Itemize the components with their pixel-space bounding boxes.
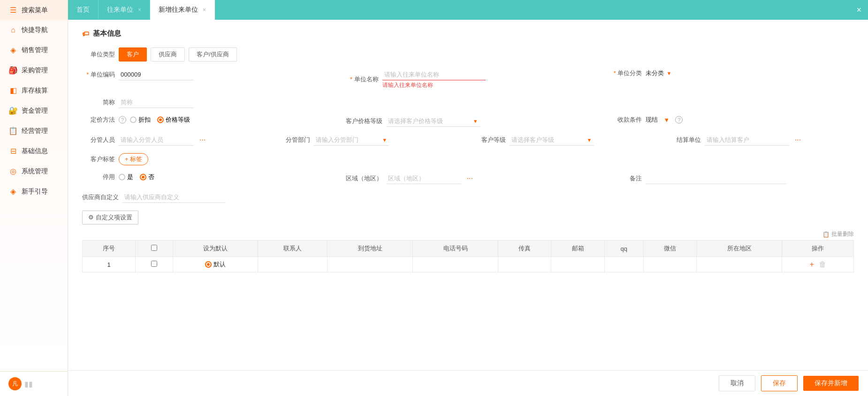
sidebar-item-system[interactable]: ◎ 系统管理 <box>0 161 68 181</box>
table-body: 1 默认 <box>83 257 854 272</box>
tab-new-contact-close[interactable]: × <box>203 7 206 13</box>
remark-field: 备注 <box>609 173 854 184</box>
supervisor-input[interactable] <box>119 134 194 146</box>
row-default-radio[interactable]: 默认 <box>177 260 254 269</box>
th-checkbox <box>136 241 173 257</box>
th-action: 操作 <box>782 241 854 257</box>
cell-email <box>551 257 604 272</box>
customer-level-label: 客户等级 <box>473 136 506 144</box>
sidebar-item-quicknav[interactable]: ⌂ 快捷导航 <box>0 20 68 40</box>
code-name-category-row: 单位编码 单位名称 请输入往来单位名称 单位分类 未分类 ▼ <box>82 69 854 89</box>
customer-level-input[interactable] <box>510 134 594 146</box>
settlement-input[interactable] <box>705 134 789 146</box>
pricing-method-field: 定价方法 ? 折扣 价格等级 <box>82 116 327 124</box>
customer-tag-row: 客户标签 + 标签 <box>82 153 854 165</box>
sidebar-bottom-icon: ▮▮ <box>24 380 33 388</box>
pricing-radio-group: 折扣 价格等级 <box>130 116 190 124</box>
pricing-discount-radio[interactable]: 折扣 <box>130 116 151 124</box>
department-select-wrapper: ▼ <box>314 134 389 146</box>
basicinfo-icon: ⊟ <box>8 147 18 155</box>
customer-tag-label: 客户标签 <box>82 155 115 163</box>
unit-name-field: 单位名称 请输入往来单位名称 <box>346 69 591 89</box>
unit-code-field: 单位编码 <box>82 69 327 80</box>
cell-wechat <box>643 257 696 272</box>
unit-btn-supplier[interactable]: 供应商 <box>151 47 185 62</box>
sidebar-item-basicinfo[interactable]: ⊟ 基础信息 <box>0 141 68 161</box>
row-delete-btn[interactable]: 🗑 <box>817 260 828 269</box>
disabled-label: 停用 <box>82 173 115 181</box>
th-phone: 电话号码 <box>413 241 498 257</box>
flag-icon: 🏷 <box>82 30 89 38</box>
select-all-checkbox[interactable] <box>151 245 157 251</box>
unit-type-group: 客户 供应商 客户/供应商 <box>119 47 237 62</box>
remark-input[interactable] <box>646 173 786 184</box>
cell-qq <box>604 257 643 272</box>
region-more-btn[interactable]: ··· <box>465 174 475 183</box>
sidebar-item-operations[interactable]: 📋 经营管理 <box>0 121 68 141</box>
supervisor-more-btn[interactable]: ··· <box>198 136 207 144</box>
unit-btn-customer[interactable]: 客户 <box>119 47 147 62</box>
tab-new-contact-label: 新增往来单位 <box>159 6 198 14</box>
payment-terms-field: 收款条件 现结 ▼ ? <box>609 116 854 124</box>
disabled-region-row: 停用 是 否 区域（地区） ··· 备注 <box>82 173 854 184</box>
disabled-no-radio[interactable]: 否 <box>140 173 154 181</box>
finance-icon: 🔐 <box>8 106 18 115</box>
cell-action: + 🗑 <box>782 257 854 272</box>
price-level-label: 客户价格等级 <box>346 117 382 125</box>
unit-btn-both[interactable]: 客户/供应商 <box>189 47 237 62</box>
supplier-custom-input[interactable] <box>122 192 226 203</box>
supplier-custom-field: 供应商自定义 <box>82 192 854 203</box>
settlement-more-btn[interactable]: ··· <box>793 136 803 144</box>
operations-icon: 📋 <box>8 126 18 135</box>
save-button[interactable]: 保存 <box>761 375 798 391</box>
unit-code-input[interactable] <box>119 69 194 80</box>
region-input[interactable] <box>386 173 461 184</box>
pricing-level-radio[interactable]: 价格等级 <box>157 116 190 124</box>
sidebar-item-newguide[interactable]: ◈ 新手引导 <box>0 181 68 202</box>
unit-category-field: 单位分类 未分类 ▼ <box>609 69 854 78</box>
contacts-table: 序号 设为默认 联系人 到货地址 电话号码 传真 邮箱 qq 微信 所在地区 操… <box>82 240 854 272</box>
unit-name-input[interactable] <box>382 69 486 80</box>
disabled-radio-group: 是 否 <box>119 173 154 181</box>
add-tag-button[interactable]: + 标签 <box>119 153 148 165</box>
payment-help-icon[interactable]: ? <box>675 116 683 124</box>
tab-home[interactable]: 首页 <box>68 0 99 20</box>
tab-new-contact[interactable]: 新增往来单位 × <box>150 0 215 20</box>
batch-delete-icon: 📋 <box>822 231 830 238</box>
table-header-row: 序号 设为默认 联系人 到货地址 电话号码 传真 邮箱 qq 微信 所在地区 操… <box>83 241 854 257</box>
sidebar-item-inventory[interactable]: ◧ 库存核算 <box>0 80 68 101</box>
abbreviation-input[interactable] <box>119 97 194 108</box>
sidebar-bottom: 凡 ▮▮ <box>0 371 68 396</box>
department-input[interactable] <box>314 134 389 146</box>
row-checkbox[interactable] <box>151 261 157 267</box>
save-new-button[interactable]: 保存并新增 <box>803 376 859 391</box>
customer-level-field: 客户等级 ▼ <box>473 134 659 146</box>
sidebar-item-label: 快捷导航 <box>22 26 48 34</box>
row-add-btn[interactable]: + <box>808 260 815 269</box>
disabled-yes-radio[interactable]: 是 <box>119 173 133 181</box>
supervisor-label: 分管人员 <box>82 136 115 144</box>
unit-category-select-wrapper: 未分类 ▼ <box>646 69 673 78</box>
batch-delete-area: 📋 批量删除 <box>82 230 854 238</box>
price-level-input[interactable] <box>386 116 480 127</box>
custom-settings-button[interactable]: ⚙ 自定义项设置 <box>82 210 138 225</box>
tabs-bar: 首页 往来单位 × 新增往来单位 × × <box>68 0 868 20</box>
sidebar-item-finance[interactable]: 🔐 资金管理 <box>0 101 68 121</box>
abbreviation-label: 简称 <box>82 98 115 107</box>
tab-contacts-close[interactable]: × <box>138 7 141 13</box>
pricing-method-label: 定价方法 <box>82 116 115 124</box>
department-label: 分管部门 <box>277 136 310 144</box>
pricing-help-icon[interactable]: ? <box>119 116 126 124</box>
tabs-bar-close-btn[interactable]: × <box>850 0 868 20</box>
sidebar-item-purchase[interactable]: 🎒 采购管理 <box>0 60 68 80</box>
batch-delete-label[interactable]: 批量删除 <box>831 230 854 238</box>
cancel-button[interactable]: 取消 <box>719 375 755 391</box>
th-seq: 序号 <box>83 241 136 257</box>
section-title-text: 基本信息 <box>93 29 121 38</box>
sidebar-item-sales[interactable]: ◈ 销售管理 <box>0 40 68 60</box>
disabled-no-circle <box>140 174 146 180</box>
sidebar-item-search[interactable]: ☰ 搜索菜单 <box>0 0 68 20</box>
sidebar-item-label: 资金管理 <box>22 107 48 115</box>
sidebar-item-label: 销售管理 <box>22 46 48 54</box>
tab-contacts[interactable]: 往来单位 × <box>99 0 150 20</box>
